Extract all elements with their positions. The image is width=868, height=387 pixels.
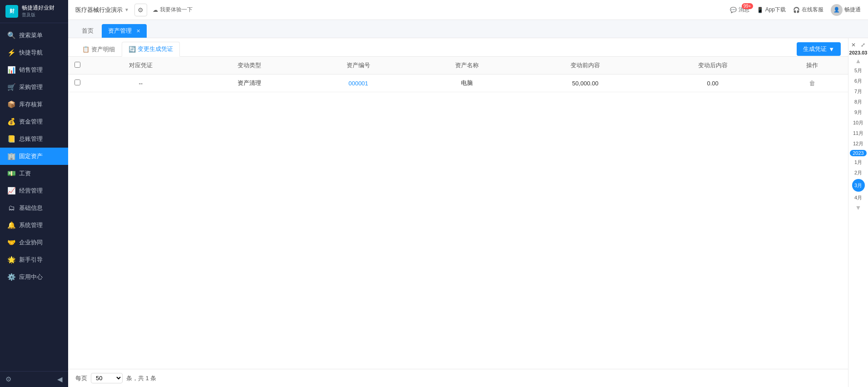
row-checkbox[interactable] [74,79,80,85]
operations-icon: 📈 [7,187,15,195]
sidebar-item-ledger[interactable]: 📒总账管理 [0,130,68,148]
generate-voucher-label: 生成凭证 [803,45,827,53]
panel-expand-icon[interactable]: ⤢ [861,42,865,48]
sidebar-item-enterprise[interactable]: 🤝企业协同 [0,234,68,251]
month-1[interactable]: 1月 [848,157,868,168]
sidebar-item-label: 应用中心 [19,273,43,281]
message-badge: 99+ [742,3,753,9]
row-action: 🗑 [776,74,848,92]
fund-icon: 💰 [7,118,15,126]
online-service-action[interactable]: 🎧 在线客服 [793,6,823,14]
month-8[interactable]: 8月 [848,97,868,107]
tab-asset-mgmt[interactable]: 资产管理 ✕ [102,24,147,38]
month-12[interactable]: 12月 [848,139,868,149]
app-name: 畅捷通好业财 [22,5,55,12]
month-10[interactable]: 10月 [848,118,868,128]
sidebar-item-operations[interactable]: 📈经营管理 [0,182,68,199]
system-icon: 🔔 [7,221,15,229]
page-size-select[interactable]: 50 10 20 100 [91,373,123,383]
experience-button[interactable]: ☁ 我要体验一下 [153,6,193,14]
sidebar-item-quick-nav[interactable]: ⚡快捷导航 [0,44,68,61]
avatar: 👤 [831,4,843,16]
sub-tab-change-voucher[interactable]: 🔄 变更生成凭证 [122,42,180,57]
app-download-label: App下载 [765,6,786,14]
total-label: 条，共 1 条 [126,374,156,382]
month-2[interactable]: 2月 [848,168,868,178]
panel-close-icon[interactable]: ✕ [851,42,856,48]
header-settings-icon[interactable]: ⚙ [134,4,147,16]
month-9[interactable]: 9月 [848,107,868,118]
page-size-label: 每页 [75,374,87,382]
ledger-icon: 📒 [7,135,15,143]
generate-voucher-button[interactable]: 生成凭证 ▼ [797,42,841,56]
sidebar-item-system[interactable]: 🔔系统管理 [0,217,68,234]
sidebar-item-purchase[interactable]: 🛒采购管理 [0,79,68,96]
data-table: 对应凭证 变动类型 资产编号 资产名称 变动前内容 变动后内容 操作 [68,57,848,92]
sidebar-item-label: 总账管理 [19,135,43,143]
pagination-bar: 每页 50 10 20 100 条，共 1 条 [68,369,848,387]
row-after-change: 0.00 [649,74,777,92]
app-center-icon: ⚙️ [7,273,15,281]
sidebar-nav: 🔍搜索菜单⚡快捷导航📊销售管理🛒采购管理📦库存核算💰资金管理📒总账管理🏢固定资产… [0,23,68,371]
sidebar-item-sales[interactable]: 📊销售管理 [0,61,68,79]
sidebar-item-basic-info[interactable]: 🗂基础信息 [0,199,68,217]
sidebar-item-app-center[interactable]: ⚙️应用中心 [0,268,68,286]
month-6[interactable]: 6月 [848,76,868,86]
tab-home[interactable]: 首页 [75,24,100,38]
row-change-type: 资产清理 [195,74,304,92]
month-5[interactable]: 5月 [848,65,868,76]
cloud-icon: ☁ [153,7,158,13]
select-all-checkbox[interactable] [74,62,80,68]
sidebar-footer: ⚙ ◀ [0,371,68,387]
user-name: 畅捷通 [844,6,861,14]
row-asset-name: 电脑 [413,74,522,92]
mobile-icon: 📱 [757,7,764,13]
col-after-change: 变动后内容 [649,57,777,74]
month-4[interactable]: 4月 [848,193,868,203]
sidebar-item-label: 系统管理 [19,221,43,229]
sidebar-item-guide[interactable]: 🌟新手引导 [0,251,68,268]
message-action[interactable]: 💬 消息 99+ [730,6,749,14]
purchase-icon: 🛒 [7,83,15,91]
sidebar-item-label: 基础信息 [19,204,43,212]
row-before-change: 50,000.00 [521,74,649,92]
sidebar-item-inventory[interactable]: 📦库存核算 [0,96,68,113]
inner-content: 📋 资产明细 🔄 变更生成凭证 生成凭证 ▼ [68,38,848,387]
settings-footer-icon[interactable]: ⚙ [5,375,11,383]
col-voucher: 对应凭证 [86,57,195,74]
sidebar-item-label: 搜索菜单 [19,31,43,40]
sidebar-item-salary[interactable]: 💵工资 [0,165,68,182]
fixed-asset-icon: 🏢 [7,152,15,160]
user-profile[interactable]: 👤 畅捷通 [831,4,861,16]
timeline-up-arrow[interactable]: ▲ [855,56,862,65]
asset-detail-icon: 📋 [82,46,89,53]
sidebar-item-search[interactable]: 🔍搜索菜单 [0,27,68,44]
company-selector[interactable]: 医疗器械行业演示 ▼ [75,6,129,14]
month-7[interactable]: 7月 [848,86,868,97]
tab-close-icon[interactable]: ✕ [136,28,140,34]
app-download-action[interactable]: 📱 App下载 [757,6,786,14]
right-panel-header: ✕ ⤢ [848,41,868,49]
sidebar-item-label: 新手引导 [19,256,43,264]
sidebar-item-label: 采购管理 [19,83,43,91]
sub-tab-asset-detail[interactable]: 📋 资产明细 [75,42,122,56]
sub-tab-change-voucher-label: 变更生成凭证 [138,45,173,53]
sidebar-item-label: 销售管理 [19,66,43,74]
panel-year-month: 2023.03 [849,49,868,56]
delete-row-icon[interactable]: 🗑 [809,79,815,87]
sidebar-item-fund[interactable]: 💰资金管理 [0,113,68,130]
top-header: 医疗器械行业演示 ▼ ⚙ ☁ 我要体验一下 💬 消息 99+ 📱 App下载 🎧… [68,0,868,20]
sidebar-item-label: 快捷导航 [19,49,43,57]
month-11[interactable]: 11月 [848,128,868,139]
timeline-down-arrow[interactable]: ▼ [855,203,862,212]
sub-tab-bar: 📋 资产明细 🔄 变更生成凭证 生成凭证 ▼ [68,38,848,57]
sub-tab-asset-detail-label: 资产明细 [91,45,115,54]
search-icon: 🔍 [7,31,15,40]
page-content: 📋 资产明细 🔄 变更生成凭证 生成凭证 ▼ [68,38,868,387]
online-service-label: 在线客服 [802,6,823,14]
month-3-active[interactable]: 3月 [852,179,865,192]
sidebar-item-fixed-asset[interactable]: 🏢固定资产 [0,148,68,165]
salary-icon: 💵 [7,169,15,178]
collapse-icon[interactable]: ◀ [57,375,63,383]
basic-info-icon: 🗂 [7,204,15,212]
